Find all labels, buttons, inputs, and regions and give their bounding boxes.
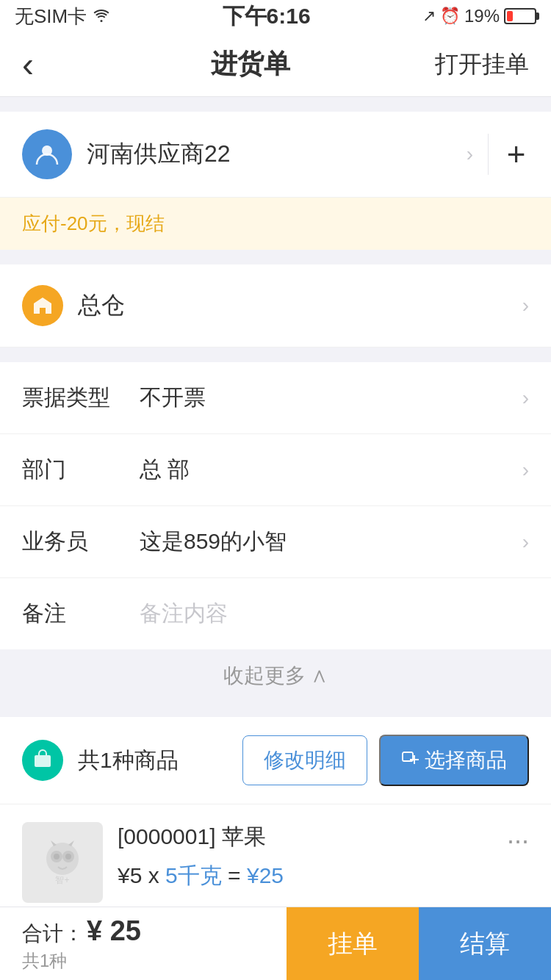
remark-input[interactable]: 备注内容 <box>140 599 529 629</box>
status-time: 下午6:16 <box>223 1 311 32</box>
product-item: 智+ [0000001] 苹果 ¥5 x 5千克 = ¥25 ··· <box>0 804 551 921</box>
ticket-type-row[interactable]: 票据类型 不开票 › <box>0 362 551 434</box>
product-more-button[interactable]: ··· <box>485 822 529 856</box>
salesman-chevron-icon: › <box>522 530 529 554</box>
quantity: 5千克 <box>165 863 222 887</box>
department-label: 部门 <box>22 455 140 485</box>
total-label: 合计： <box>22 920 84 948</box>
select-product-icon <box>401 749 419 772</box>
department-row[interactable]: 部门 总 部 › <box>0 434 551 506</box>
location-icon: ↗ <box>422 7 436 26</box>
wifi-icon <box>93 5 110 28</box>
ticket-type-chevron-icon: › <box>522 386 529 410</box>
battery-icon <box>504 8 536 24</box>
add-supplier-button[interactable]: + <box>488 134 529 175</box>
warehouse-card: 总仓 › <box>0 264 551 347</box>
checkout-label: 结算 <box>460 927 510 961</box>
ticket-type-label: 票据类型 <box>22 383 140 413</box>
products-count: 共1种商品 <box>78 746 242 776</box>
svg-rect-2 <box>35 755 51 767</box>
form-section: 票据类型 不开票 › 部门 总 部 › 业务员 这是859的小智 › 备注 备注… <box>0 362 551 649</box>
nav-bar: ‹ 进货单 打开挂单 <box>0 32 551 97</box>
supplier-card: 河南供应商22 › + 应付-20元，现结 <box>0 112 551 250</box>
battery-label: 19% <box>464 6 500 26</box>
svg-rect-1 <box>40 308 46 314</box>
bottom-bar: 合计： ¥ 25 共1种 挂单 结算 <box>0 907 551 980</box>
warehouse-label: 总仓 <box>78 289 522 322</box>
total-amount: ¥ 25 <box>87 915 141 947</box>
product-thumbnail: 智+ <box>22 822 103 903</box>
more-icon: ··· <box>507 825 529 856</box>
remark-row[interactable]: 备注 备注内容 <box>0 578 551 649</box>
svg-point-8 <box>65 854 71 860</box>
carrier-label: 无SIM卡 <box>15 4 87 29</box>
open-pending-button[interactable]: 打开挂单 <box>435 48 529 81</box>
warehouse-row[interactable]: 总仓 › <box>0 264 551 347</box>
supplier-chevron-icon: › <box>467 143 473 166</box>
product-code: [0000001] <box>118 824 215 849</box>
svg-point-7 <box>54 854 60 860</box>
gap-1 <box>0 97 551 112</box>
notice-text: 应付-20元，现结 <box>22 212 165 234</box>
notice-bar: 应付-20元，现结 <box>0 198 551 250</box>
alarm-icon: ⏰ <box>440 7 460 26</box>
plus-icon: + <box>507 136 526 173</box>
salesman-row[interactable]: 业务员 这是859的小智 › <box>0 506 551 578</box>
department-value: 总 部 <box>140 455 522 485</box>
equals-sign: = <box>228 863 247 887</box>
supplier-avatar <box>22 129 72 179</box>
select-product-label: 选择商品 <box>425 746 507 774</box>
gap-2 <box>0 250 551 264</box>
salesman-value: 这是859的小智 <box>140 527 522 557</box>
status-right: ↗ ⏰ 19% <box>422 6 536 26</box>
collapse-label: 收起更多 ∧ <box>223 662 328 690</box>
remark-label: 备注 <box>22 599 140 629</box>
supplier-row: 河南供应商22 › + <box>0 112 551 198</box>
back-button[interactable]: ‹ <box>22 44 66 84</box>
products-icon <box>22 740 63 781</box>
total-section: 合计： ¥ 25 共1种 <box>0 907 287 980</box>
product-name-text: 苹果 <box>222 824 266 849</box>
page-title: 进货单 <box>211 46 290 82</box>
warehouse-icon <box>22 285 63 326</box>
product-info: [0000001] 苹果 ¥5 x 5千克 = ¥25 <box>118 822 485 891</box>
total-count: 共1种 <box>22 949 264 973</box>
select-product-button[interactable]: 选择商品 <box>379 735 529 786</box>
product-price-row: ¥5 x 5千克 = ¥25 <box>118 861 485 891</box>
status-bar: 无SIM卡 下午6:16 ↗ ⏰ 19% <box>0 0 551 32</box>
gap-4 <box>0 702 551 717</box>
department-chevron-icon: › <box>522 458 529 482</box>
edit-detail-button[interactable]: 修改明细 <box>242 735 367 785</box>
product-total: ¥25 <box>247 863 284 887</box>
supplier-name[interactable]: 河南供应商22 <box>87 138 467 170</box>
multiply-sign: x <box>148 863 165 887</box>
ticket-type-value: 不开票 <box>140 383 522 413</box>
salesman-label: 业务员 <box>22 527 140 557</box>
warehouse-chevron-icon: › <box>522 294 529 317</box>
products-header: 共1种商品 修改明细 选择商品 <box>0 717 551 804</box>
collapse-button[interactable]: 收起更多 ∧ <box>0 649 551 702</box>
back-icon: ‹ <box>22 44 34 84</box>
unit-price: ¥5 <box>118 863 142 887</box>
product-name: [0000001] 苹果 <box>118 822 485 852</box>
status-left: 无SIM卡 <box>15 4 110 29</box>
hang-label: 挂单 <box>328 927 378 961</box>
gap-3 <box>0 347 551 362</box>
svg-text:智+: 智+ <box>55 875 69 885</box>
products-card: 共1种商品 修改明细 选择商品 智 <box>0 717 551 921</box>
hang-button[interactable]: 挂单 <box>287 907 419 980</box>
checkout-button[interactable]: 结算 <box>419 907 551 980</box>
